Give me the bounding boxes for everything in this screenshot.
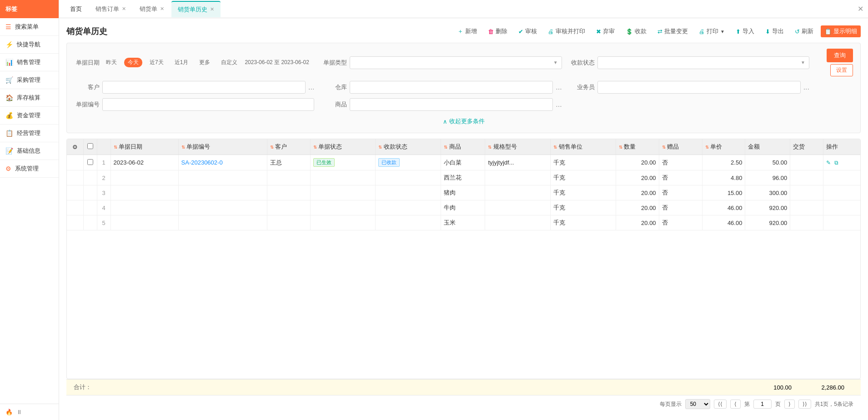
goods-dots-button[interactable]: ...	[556, 101, 562, 108]
first-page-button[interactable]: ⟨⟨	[714, 400, 727, 409]
collect-status-arrow: ▼	[801, 60, 805, 65]
warehouse-label: 仓库	[321, 83, 347, 91]
date-btn-more[interactable]: 更多	[196, 58, 214, 67]
salesperson-input[interactable]	[597, 81, 801, 94]
th-no	[97, 139, 110, 155]
sidebar-item-sales[interactable]: 📊 销售管理	[0, 54, 59, 71]
query-button[interactable]: 查询	[827, 49, 853, 62]
cell-price: 4.80	[702, 170, 745, 185]
date-btn-today[interactable]: 今天	[124, 58, 142, 67]
salesperson-dots-button[interactable]: ...	[803, 84, 809, 91]
th-checkbox[interactable]	[83, 139, 97, 155]
th-qty[interactable]: ⇅ 数量	[616, 139, 659, 155]
warehouse-dots-button[interactable]: ...	[556, 84, 562, 91]
sort-icon: ⇅	[619, 145, 622, 150]
cell-checkbox[interactable]	[83, 215, 97, 230]
tab-home[interactable]: 首页	[64, 1, 88, 17]
next-page-button[interactable]: ⟩	[784, 400, 795, 409]
prev-page-button[interactable]: ⟨	[730, 400, 741, 409]
new-button[interactable]: ＋ 新增	[454, 25, 481, 37]
th-doc-no[interactable]: ⇅ 单据编号	[178, 139, 267, 155]
print-arrow-icon: ▼	[720, 29, 725, 34]
sidebar-item-capital[interactable]: 💰 资金管理	[0, 107, 59, 125]
select-all-checkbox[interactable]	[87, 143, 93, 149]
collect-status-select[interactable]: ▼	[597, 56, 809, 69]
th-goods[interactable]: ⇅ 商品	[441, 139, 485, 155]
th-customer[interactable]: ⇅ 客户	[267, 139, 310, 155]
sidebar-item-label: 库存核算	[17, 94, 40, 102]
copy-action-link[interactable]: ⧉	[834, 160, 838, 166]
tab-sales-order[interactable]: 销售订单 ✕	[89, 1, 132, 17]
tab-sales-history[interactable]: 销货单历史 ✕	[171, 1, 221, 17]
collect-button[interactable]: 💲 收款	[622, 25, 650, 37]
search-menu-icon: ☰	[5, 23, 11, 30]
cell-checkbox[interactable]	[83, 155, 97, 170]
delete-label: 删除	[496, 27, 507, 35]
cell-checkbox[interactable]	[83, 185, 97, 200]
cell-unit: 千克	[551, 200, 616, 215]
close-all-tabs-button[interactable]: ✕	[858, 5, 863, 13]
pause-icon[interactable]: ⏸	[16, 409, 22, 415]
cell-doc-no	[178, 185, 267, 200]
refresh-button[interactable]: ↺ 刷新	[791, 25, 817, 37]
print-button[interactable]: 🖨 打印 ▼	[695, 25, 728, 37]
collapse-filter-button[interactable]: ∧ 收起更多条件	[74, 115, 853, 127]
th-doc-status[interactable]: ⇅ 单据状态	[310, 139, 376, 155]
audit-print-button[interactable]: 🖨 审核并打印	[544, 25, 589, 37]
cell-checkbox[interactable]	[83, 200, 97, 215]
discard-button[interactable]: ✖ 弃审	[592, 25, 618, 37]
th-doc-date[interactable]: ⇅ 单据日期	[110, 139, 178, 155]
date-btn-7days[interactable]: 近7天	[146, 58, 167, 67]
date-btn-custom[interactable]: 自定义	[217, 58, 241, 67]
show-detail-button[interactable]: 📋 显示明细	[821, 25, 861, 37]
tab-sales-goods[interactable]: 销货单 ✕	[133, 1, 171, 17]
tab-sales-order-close[interactable]: ✕	[122, 6, 126, 12]
th-price[interactable]: ⇅ 单价	[702, 139, 745, 155]
doc-type-select[interactable]: ▼	[350, 56, 562, 69]
th-unit[interactable]: ⇅ 销售单位	[551, 139, 616, 155]
th-spec[interactable]: ⇅ 规格型号	[485, 139, 551, 155]
cell-goods: 猪肉	[441, 185, 485, 200]
edit-action-link[interactable]: ✎	[826, 160, 831, 166]
last-page-button[interactable]: ⟩⟩	[798, 400, 811, 409]
tab-sales-goods-close[interactable]: ✕	[160, 6, 164, 12]
fire-icon[interactable]: 🔥	[5, 409, 13, 415]
sidebar-item-quick-nav[interactable]: ⚡ 快捷导航	[0, 36, 59, 54]
delete-button[interactable]: 🗑 删除	[484, 25, 511, 37]
import-button[interactable]: ⬆ 导入	[732, 25, 758, 37]
per-page-select[interactable]: 50 100 200	[685, 399, 710, 409]
warehouse-input[interactable]	[350, 81, 553, 94]
cell-amount: 50.00	[745, 155, 790, 170]
th-collect-status[interactable]: ⇅ 收款状态	[376, 139, 441, 155]
sidebar-item-basics[interactable]: 📝 基础信息	[0, 142, 59, 160]
goods-input[interactable]	[350, 98, 553, 111]
customer-input[interactable]	[102, 81, 306, 94]
batch-change-label: 批量变更	[664, 27, 688, 35]
customer-dots-button[interactable]: ...	[308, 84, 314, 91]
tab-sales-history-close[interactable]: ✕	[210, 6, 214, 12]
date-btn-1month[interactable]: 近1月	[171, 58, 192, 67]
sidebar-item-inventory[interactable]: 🏠 库存核算	[0, 89, 59, 107]
cell-checkbox[interactable]	[83, 170, 97, 185]
sidebar-item-search-menu[interactable]: ☰ 搜索菜单	[0, 18, 59, 36]
cell-doc-status	[310, 200, 376, 215]
batch-change-button[interactable]: ⇄ 批量变更	[654, 25, 692, 37]
sort-icon: ⇅	[270, 145, 274, 150]
row-checkbox[interactable]	[87, 159, 93, 165]
sidebar-item-system[interactable]: ⚙ 系统管理	[0, 160, 59, 178]
export-button[interactable]: ⬇ 导出	[762, 25, 788, 37]
th-settings[interactable]: ⚙	[67, 139, 83, 155]
set-button[interactable]: 设置	[830, 64, 853, 76]
sidebar-item-purchase[interactable]: 🛒 采购管理	[0, 71, 59, 89]
cell-spec: tyjyjtyjdf...	[485, 155, 551, 170]
page-number-input[interactable]	[753, 400, 772, 409]
th-gift[interactable]: ⇅ 赠品	[659, 139, 702, 155]
audit-button[interactable]: ✔ 审核	[515, 25, 541, 37]
inventory-icon: 🏠	[5, 94, 13, 101]
cell-settings	[67, 185, 83, 200]
doc-no-input[interactable]	[102, 98, 314, 111]
sidebar-item-operations[interactable]: 📋 经营管理	[0, 125, 59, 142]
cell-collect-status: 已收款	[376, 155, 441, 170]
date-btn-yesterday[interactable]: 昨天	[102, 58, 120, 67]
show-detail-label: 显示明细	[833, 27, 857, 35]
